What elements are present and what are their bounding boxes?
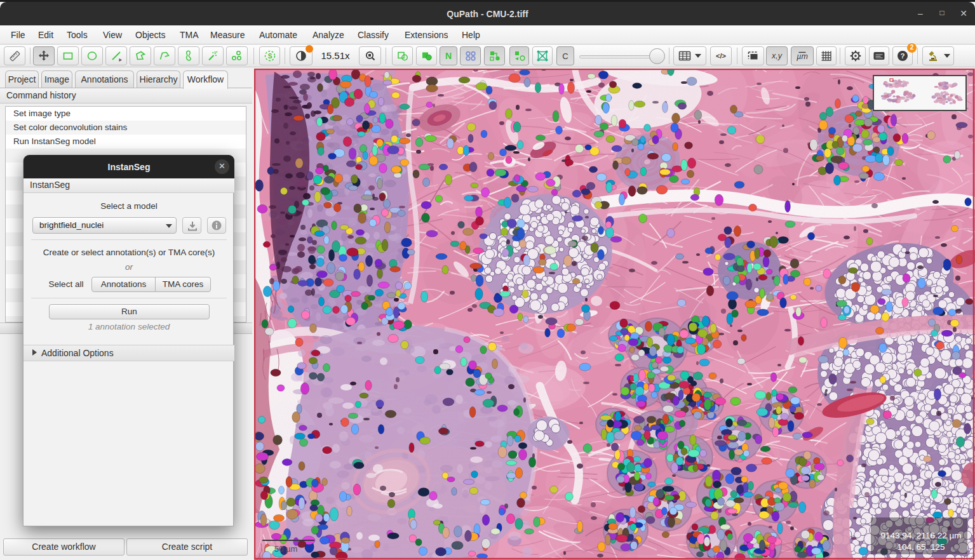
svg-text:?: ?: [900, 52, 904, 60]
svg-text:</>: </>: [716, 52, 726, 60]
svg-text:C: C: [562, 51, 568, 61]
svg-text:x,y: x,y: [771, 51, 783, 60]
svg-text:µm: µm: [797, 52, 808, 61]
svg-text:S: S: [267, 53, 272, 60]
svg-text:N: N: [445, 51, 452, 61]
